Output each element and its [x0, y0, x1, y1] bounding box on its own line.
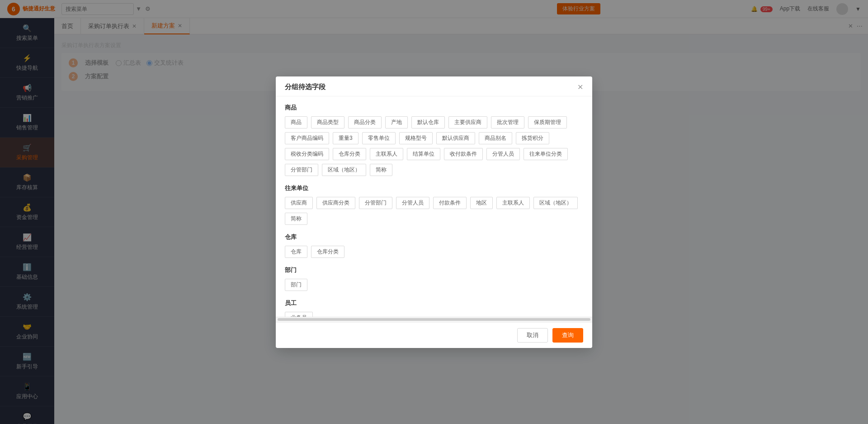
field-tag-goods-21[interactable]: 往来单位分类: [524, 148, 568, 160]
field-tag-goods-17[interactable]: 主联系人: [370, 148, 403, 160]
field-tag-goods-16[interactable]: 仓库分类: [333, 148, 366, 160]
modal-title: 分组待选字段: [285, 83, 326, 91]
modal-overlay: 分组待选字段 ✕ 商品 商品 商品类型 商品分类 产地 默认仓库 主要供应商 批…: [0, 0, 868, 424]
field-tag-warehouse-1[interactable]: 仓库分类: [311, 246, 344, 258]
field-tag-goods-18[interactable]: 结算单位: [407, 148, 440, 160]
section-partner-title: 往来单位: [285, 184, 583, 192]
field-tag-goods-9[interactable]: 重量3: [333, 132, 359, 144]
field-tag-goods-2[interactable]: 商品分类: [348, 116, 382, 129]
modal-close-btn[interactable]: ✕: [577, 83, 583, 91]
section-warehouse-title: 仓库: [285, 233, 583, 241]
field-tag-goods-3[interactable]: 产地: [385, 116, 408, 129]
goods-field-tags: 商品 商品类型 商品分类 产地 默认仓库 主要供应商 批次管理 保质期管理 客户…: [285, 116, 583, 176]
field-tag-partner-0[interactable]: 供应商: [285, 197, 313, 209]
field-tag-goods-0[interactable]: 商品: [285, 116, 307, 129]
section-goods-title: 商品: [285, 104, 583, 112]
section-department-title: 部门: [285, 266, 583, 274]
field-tag-partner-7[interactable]: 区域（地区）: [533, 197, 578, 209]
section-warehouse: 仓库 仓库 仓库分类: [285, 233, 583, 258]
modal-body[interactable]: 商品 商品 商品类型 商品分类 产地 默认仓库 主要供应商 批次管理 保质期管理…: [276, 96, 592, 317]
field-tag-goods-14[interactable]: 拣货积分: [516, 132, 549, 144]
cancel-button[interactable]: 取消: [517, 328, 548, 343]
modal-hscroll[interactable]: [276, 317, 592, 322]
field-tag-goods-1[interactable]: 商品类型: [311, 116, 344, 129]
field-tag-goods-23[interactable]: 区域（地区）: [322, 164, 366, 176]
field-tag-partner-4[interactable]: 付款条件: [433, 197, 467, 209]
field-tag-goods-6[interactable]: 批次管理: [491, 116, 524, 129]
field-tag-goods-7[interactable]: 保质期管理: [528, 116, 567, 129]
warehouse-field-tags: 仓库 仓库分类: [285, 246, 583, 258]
section-department: 部门 部门: [285, 266, 583, 291]
field-tag-goods-20[interactable]: 分管人员: [486, 148, 520, 160]
field-tag-employee-0[interactable]: 业务员: [285, 312, 313, 317]
field-tag-partner-6[interactable]: 主联系人: [496, 197, 530, 209]
employee-field-tags: 业务员: [285, 312, 583, 317]
field-tag-partner-5[interactable]: 地区: [470, 197, 493, 209]
field-tag-goods-5[interactable]: 主要供应商: [448, 116, 487, 129]
hscroll-thumb[interactable]: [278, 318, 590, 321]
section-employee-title: 员工: [285, 299, 583, 307]
partner-field-tags: 供应商 供应商分类 分管部门 分管人员 付款条件 地区 主联系人 区域（地区） …: [285, 197, 583, 225]
field-tag-department-0[interactable]: 部门: [285, 279, 307, 291]
field-tag-goods-12[interactable]: 默认供应商: [436, 132, 475, 144]
field-select-modal: 分组待选字段 ✕ 商品 商品 商品类型 商品分类 产地 默认仓库 主要供应商 批…: [276, 76, 592, 348]
section-goods: 商品 商品 商品类型 商品分类 产地 默认仓库 主要供应商 批次管理 保质期管理…: [285, 104, 583, 176]
department-field-tags: 部门: [285, 279, 583, 291]
field-tag-goods-24[interactable]: 简称: [370, 164, 392, 176]
field-tag-goods-22[interactable]: 分管部门: [285, 164, 318, 176]
field-tag-warehouse-0[interactable]: 仓库: [285, 246, 307, 258]
section-employee: 员工 业务员: [285, 299, 583, 317]
modal-footer: 取消 查询: [276, 322, 592, 348]
field-tag-goods-13[interactable]: 商品别名: [479, 132, 512, 144]
field-tag-partner-1[interactable]: 供应商分类: [316, 197, 355, 209]
modal-header: 分组待选字段 ✕: [276, 76, 592, 96]
field-tag-partner-2[interactable]: 分管部门: [359, 197, 392, 209]
field-tag-goods-19[interactable]: 收付款条件: [444, 148, 483, 160]
field-tag-partner-8[interactable]: 简称: [285, 213, 307, 225]
field-tag-goods-8[interactable]: 客户商品编码: [285, 132, 329, 144]
field-tag-goods-15[interactable]: 税收分类编码: [285, 148, 329, 160]
field-tag-goods-11[interactable]: 规格型号: [399, 132, 433, 144]
field-tag-goods-10[interactable]: 零售单位: [362, 132, 396, 144]
field-tag-partner-3[interactable]: 分管人员: [396, 197, 429, 209]
confirm-button[interactable]: 查询: [552, 328, 583, 343]
section-partner: 往来单位 供应商 供应商分类 分管部门 分管人员 付款条件 地区 主联系人 区域…: [285, 184, 583, 225]
field-tag-goods-4[interactable]: 默认仓库: [411, 116, 445, 129]
